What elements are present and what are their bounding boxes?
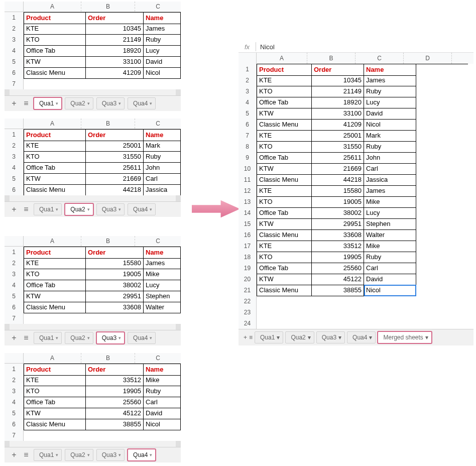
data-cell[interactable]: 10345 [312, 75, 364, 86]
chevron-down-icon[interactable]: ▾ [56, 101, 58, 106]
col-D[interactable]: D [404, 53, 452, 64]
data-cell[interactable]: 33608 [312, 229, 364, 241]
row-num[interactable]: 12 [239, 185, 257, 196]
data-cell[interactable]: David [364, 274, 416, 285]
chevron-down-icon[interactable]: ▾ [338, 334, 341, 341]
data-cell[interactable]: Lucy [144, 45, 181, 57]
row-num[interactable]: 1 [239, 64, 257, 75]
data-cell[interactable] [363, 307, 414, 318]
data-cell[interactable]: 44218 [312, 174, 364, 186]
row-num[interactable]: 10 [239, 163, 257, 174]
data-cell[interactable]: Office Tab [257, 207, 312, 219]
col-A[interactable]: A [257, 53, 307, 64]
row-num[interactable]: 23 [239, 307, 257, 318]
col-C[interactable]: C [355, 53, 404, 64]
chevron-down-icon[interactable]: ▾ [56, 335, 58, 340]
data-cell[interactable]: Nicol [364, 285, 416, 296]
data-cell[interactable]: 18920 [312, 97, 364, 108]
data-cell[interactable]: Classic Menu [257, 119, 312, 131]
row-num[interactable]: 3 [239, 86, 257, 97]
all-sheets-icon[interactable]: ≡ [22, 99, 31, 108]
col-C[interactable]: C [135, 353, 181, 363]
chevron-down-icon[interactable]: ▾ [56, 452, 58, 457]
select-all[interactable] [5, 2, 24, 12]
tab-qua1[interactable]: Qua1▾ [34, 97, 62, 109]
data-cell[interactable]: Order [312, 64, 364, 76]
col-A[interactable]: A [24, 119, 81, 129]
data-cell[interactable]: Classic Menu [257, 285, 312, 296]
col-B[interactable]: B [307, 53, 355, 64]
col-B[interactable]: B [81, 236, 135, 246]
data-cell[interactable]: KTW [24, 56, 86, 68]
tab-qua2[interactable]: Qua2▾ [65, 449, 93, 461]
chevron-down-icon[interactable]: ▾ [150, 335, 152, 340]
data-cell[interactable]: 15580 [312, 185, 364, 197]
chevron-down-icon[interactable]: ▾ [150, 101, 152, 106]
all-sheets-icon[interactable]: ≡ [22, 205, 31, 214]
data-cell[interactable]: Ruby [364, 141, 416, 153]
tab-qua4[interactable]: Qua4▾ [128, 203, 156, 215]
row-num[interactable]: 2 [239, 75, 257, 86]
row-num[interactable]: 5 [239, 108, 257, 119]
data-cell[interactable]: KTO [257, 86, 312, 97]
row-num[interactable]: 4 [239, 97, 257, 108]
row-num[interactable]: 24 [239, 318, 257, 329]
all-sheets-icon[interactable]: ≡ [249, 334, 253, 341]
data-cell[interactable]: KTW [257, 274, 312, 285]
tab-qua4[interactable]: Qua4▾ [347, 331, 376, 343]
data-cell[interactable]: 25001 [312, 130, 364, 142]
col-B[interactable]: B [81, 353, 135, 363]
tab-qua2[interactable]: Qua2▾ [65, 97, 93, 109]
row-num[interactable]: 19 [239, 263, 257, 274]
data-cell[interactable]: Stephen [364, 218, 416, 230]
tab-qua1[interactable]: Qua1▾ [34, 203, 62, 215]
select-all[interactable] [5, 119, 24, 129]
data-cell[interactable]: Mike [364, 196, 416, 208]
data-cell[interactable]: KTE [24, 23, 86, 35]
chevron-down-icon[interactable]: ▾ [87, 335, 90, 340]
tab-qua4[interactable]: Qua4▾ [128, 332, 156, 344]
data-cell[interactable]: Ruby [144, 34, 181, 46]
row-num[interactable]: 1 [5, 12, 24, 23]
row-num[interactable]: 8 [239, 141, 257, 152]
row-num[interactable]: 4 [5, 45, 24, 56]
tab-qua2[interactable]: Qua2▾ [65, 332, 93, 344]
row-num[interactable]: 13 [239, 196, 257, 207]
data-cell[interactable]: 19005 [312, 196, 364, 208]
row-num[interactable]: 15 [239, 218, 257, 229]
data-cell[interactable]: Nicol [144, 67, 181, 79]
data-cell[interactable]: KTE [257, 130, 312, 142]
tab-qua4[interactable]: Qua4▾ [128, 97, 156, 109]
data-cell[interactable]: Carl [364, 263, 416, 274]
tab-qua1[interactable]: Qua1▾ [34, 449, 62, 461]
formula-bar[interactable]: fx Nicol [239, 41, 473, 53]
data-cell[interactable]: KTW [257, 108, 312, 120]
tab-merged-sheets[interactable]: Merged sheets▾ [378, 331, 431, 343]
row-num[interactable]: 14 [239, 207, 257, 218]
data-cell[interactable]: Jassica [364, 174, 416, 186]
row-num[interactable]: 20 [239, 274, 257, 285]
data-cell[interactable]: Office Tab [257, 97, 312, 108]
data-cell[interactable]: Lucy [364, 97, 416, 108]
data-cell[interactable]: John [364, 152, 416, 164]
chevron-down-icon[interactable]: ▾ [118, 101, 121, 106]
data-cell[interactable] [257, 296, 311, 307]
row-num[interactable]: 6 [5, 67, 24, 78]
data-cell[interactable] [363, 318, 414, 329]
row-num[interactable]: 11 [239, 174, 257, 185]
data-cell[interactable] [257, 307, 311, 318]
data-cell[interactable] [363, 296, 414, 307]
data-cell[interactable]: 19905 [312, 252, 364, 263]
data-cell[interactable]: Carl [364, 163, 416, 175]
row-num[interactable]: 3 [5, 34, 24, 45]
data-cell[interactable]: 38855 [312, 285, 364, 296]
data-cell[interactable]: Classic Menu [24, 67, 86, 79]
data-cell[interactable]: KTW [257, 163, 312, 175]
data-cell[interactable]: 21149 [86, 34, 144, 46]
chevron-down-icon[interactable]: ▾ [118, 335, 121, 340]
add-sheet-icon[interactable]: + [10, 333, 19, 342]
data-cell[interactable]: Lucy [364, 207, 416, 219]
data-cell[interactable]: KTE [257, 75, 312, 86]
data-cell[interactable]: 31550 [312, 141, 364, 153]
data-cell[interactable] [311, 307, 363, 318]
